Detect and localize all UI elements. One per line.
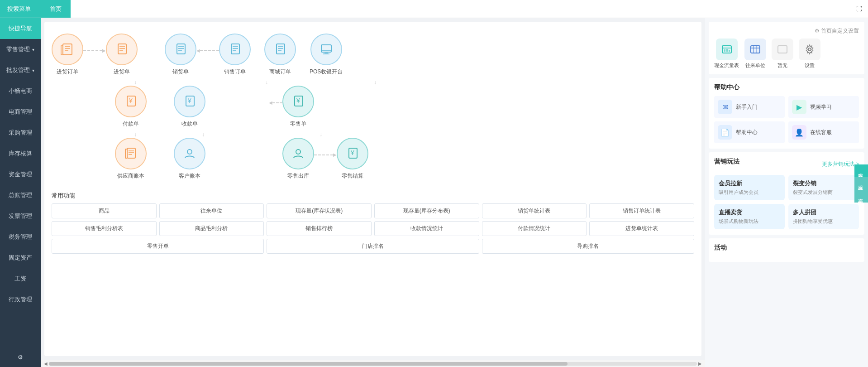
marketing-item-fission[interactable]: 裂变分销 裂变式发展分销商 [788,175,859,200]
main-layout: 快捷导航 零售管理 ▾ 批发管理 ▾ 小畅电商 电商管理 采购管理 库存核算 资… [0,18,868,367]
service-label: 在线客服 [810,129,832,136]
flow-node-purchase[interactable]: 进货单 [106,34,138,76]
bottom-scrollbar[interactable]: ◀ ▶ [41,360,705,367]
func-btn-purchase-stat[interactable]: 进货单统计表 [589,221,694,236]
scroll-track [49,362,697,366]
cashflow-icon-box [716,39,738,60]
flow-node-purchase-order[interactable]: 进货订单 [52,34,83,76]
payment-icon: ¥ [115,86,147,117]
quick-icon-cashflow[interactable]: 现金流量表 [714,39,739,69]
home-customize-btn[interactable]: ⚙ 首页自定义设置 [815,27,859,35]
quick-icon-units[interactable]: 往来单位 [744,39,766,69]
sidebar-item-finance[interactable]: 资金管理 [0,164,41,185]
func-btn-rank[interactable]: 销售排行榜 [267,221,372,236]
sidebar-item-purchase[interactable]: 采购管理 [0,122,41,143]
sidebar-item-inventory[interactable]: 库存核算 [0,143,41,164]
sidebar-item-admin[interactable]: 行政管理 [0,289,41,310]
sidebar-item-tax[interactable]: 税务管理 [0,227,41,247]
sales-order-label: 销售订单 [224,68,246,76]
sidebar-item-invoice[interactable]: 发票管理 [0,206,41,227]
flow-node-sales[interactable]: 销货单 [165,34,196,76]
flow-node-receipt[interactable]: ¥ 收款单 [174,86,205,128]
help-item-service[interactable]: 👤 在线客服 [788,121,859,143]
customer-icon [174,138,205,169]
help-center-title: 帮助中心 [714,83,859,92]
flow-node-retail-settle[interactable]: ¥ 零售结算 [337,138,368,180]
func-btn-stock2[interactable]: 现存量(库存分布表) [374,203,479,218]
retail-out-icon [282,138,314,169]
units-label: 往来单位 [745,62,765,69]
sidebar-item-ecom-mgr[interactable]: 电商管理 [0,101,41,122]
svg-rect-44 [726,49,728,52]
flow-down-arrows-2: ↓ ↓ ↓ [52,131,694,138]
tab-home[interactable]: 首页 [41,0,71,18]
arrow-down-rec: ↓ [183,131,224,138]
marketing-item-group[interactable]: 多人拼团 拼团购物享受优惠 [788,204,859,229]
sidebar-item-ecom[interactable]: 小畅电商 [0,81,41,101]
quick-icon-settings[interactable]: 设置 [799,39,820,69]
sidebar-item-salary[interactable]: 工资 [0,268,41,289]
fission-title: 裂变分销 [793,179,854,188]
arrow-down-retail: ↓ [300,131,341,138]
flow-node-supplier[interactable]: 供应商账本 [115,138,147,180]
svg-rect-50 [778,46,787,53]
flow-node-mall-order[interactable]: 商城订单 [264,34,296,76]
func-btn-gross1[interactable]: 销售毛利分析表 [52,221,157,236]
sidebar-item-wholesale[interactable]: 批发管理 ▾ [0,60,41,81]
func-btn-collect[interactable]: 收款情况统计 [374,221,479,236]
flow-node-sales-order[interactable]: 销售订单 [219,34,251,76]
func-btn-units[interactable]: 往来单位 [159,203,264,218]
spacer-d5 [341,79,355,86]
arrow-down-mall [300,79,341,86]
more-marketing-link[interactable]: 更多营销玩法 > [822,160,859,168]
float-btn-community[interactable]: 服务社区 [854,177,868,190]
func-btn-retail-order[interactable]: 零售开单 [52,239,264,254]
sidebar-item-quick-nav[interactable]: 快捷导航 [0,18,41,39]
float-btn-service[interactable]: 客服热线 [854,164,868,177]
flow-node-customer[interactable]: 客户账本 [174,138,205,180]
func-btn-pay[interactable]: 付款情况统计 [482,221,587,236]
activity-section: 活动 [709,238,864,262]
svg-point-51 [808,48,811,51]
spacer-d1 [92,79,115,86]
sidebar-item-ledger[interactable]: 总账管理 [0,185,41,206]
quick-icon-none[interactable]: 暂无 [772,39,793,69]
help-item-video[interactable]: ▶ 视频学习 [788,96,859,118]
sidebar-item-retail[interactable]: 零售管理 ▾ [0,39,41,60]
main-content: 进货订单 ▶ 进货单 [44,22,701,356]
supplier-icon [115,138,147,169]
fullscreen-button[interactable]: ⛶ [854,5,863,14]
mall-order-icon [264,34,296,65]
top-bar: 搜索菜单 首页 ⛶ [0,0,868,18]
flow-node-retail-out[interactable]: 零售出库 [282,138,314,180]
sidebar-settings[interactable]: ⚙ [0,348,41,367]
flow-node-payment[interactable]: ¥ 付款单 [115,86,147,128]
flow-node-retail[interactable]: ¥ 零售单 [282,86,314,128]
func-btn-stock1[interactable]: 现存量(库存状况表) [267,203,372,218]
func-btn-order-stat[interactable]: 销售订单统计表 [589,203,694,218]
sidebar-item-assets[interactable]: 固定资产 [0,247,41,268]
spacer-d3 [224,79,246,86]
help-center-section: 帮助中心 ✉ 新手入门 ▶ 视频学习 📄 帮助中心 👤 [709,78,864,149]
settings-icon-box [799,39,820,60]
func-btn-sales-stat[interactable]: 销货单统计表 [482,203,587,218]
flow-node-pos[interactable]: POS收银开台 [310,34,343,76]
marketing-item-member[interactable]: 会员拉新 吸引用户成为会员 [714,175,785,200]
receipt-label: 收款单 [181,120,198,128]
func-btn-goods[interactable]: 商品 [52,203,157,218]
help-item-beginner[interactable]: ✉ 新手入门 [714,96,785,118]
scroll-left[interactable]: ◀ [43,361,49,366]
marketing-item-live[interactable]: 直播卖货 场景式购物新玩法 [714,204,785,229]
svg-rect-0 [63,44,72,55]
help-item-help[interactable]: 📄 帮助中心 [714,121,785,143]
search-menu[interactable]: 搜索菜单 [0,0,41,18]
float-btn-desktop[interactable]: 桌面快捷 [854,190,868,203]
func-btn-gross2[interactable]: 商品毛利分析 [159,221,264,236]
func-btn-store-rank[interactable]: 门店排名 [267,239,479,254]
func-btn-guide-rank[interactable]: 导购排名 [482,239,694,254]
svg-rect-20 [321,45,331,52]
svg-rect-45 [729,50,730,52]
scroll-right[interactable]: ▶ [697,361,703,366]
common-title: 常用功能 [52,192,694,200]
activity-title: 活动 [714,244,859,252]
